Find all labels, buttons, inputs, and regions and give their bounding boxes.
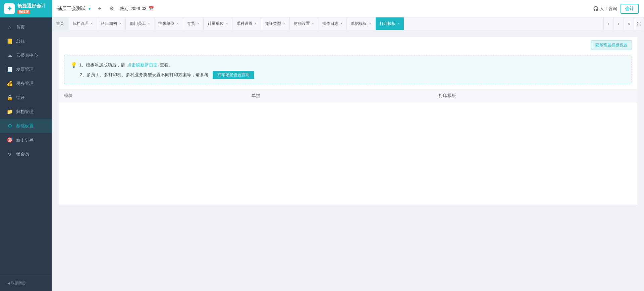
sidebar-label-home: 首页: [16, 24, 25, 30]
tab-label-archive-mgmt: 归档管理: [72, 21, 89, 27]
tab-currency[interactable]: 币种设置×: [232, 17, 261, 30]
nav-icon-invoice: 🧾: [7, 66, 13, 72]
tabbar: 首页归档管理×科目期初×部门员工×往来单位×存货×计量单位×币种设置×凭证类型×…: [52, 17, 644, 30]
sidebar: ✦ 畅捷通好会计 旗舰版 ⌂首页📒总账☁云报表中心🧾发票管理💰税务管理🔒结账📁归…: [0, 0, 52, 291]
table-header: 模块 单据 打印模板: [59, 89, 637, 102]
tab-close-dept-staff[interactable]: ×: [148, 22, 150, 26]
tab-single-form[interactable]: 单据模板×: [347, 17, 375, 30]
notice-line1-prefix: 1、模板添加成功后，请: [79, 61, 125, 69]
bulb-icon: 💡: [70, 60, 77, 70]
tab-prev-button[interactable]: ‹: [604, 17, 614, 30]
hide-template-area: 隐藏预置模板设置: [59, 37, 637, 50]
tab-archive-mgmt[interactable]: 归档管理×: [68, 17, 97, 30]
tab-voucher-type[interactable]: 凭证类型×: [261, 17, 289, 30]
tab-inventory[interactable]: 存货×: [183, 17, 204, 30]
tab-close-tax-settings[interactable]: ×: [312, 22, 314, 26]
tab-close-unit[interactable]: ×: [226, 22, 228, 26]
sidebar-item-ledger[interactable]: 📒总账: [0, 34, 52, 48]
nav-icon-settings: ⚙: [7, 123, 13, 129]
calendar-icon[interactable]: 📅: [149, 6, 154, 11]
tab-close-subject-init[interactable]: ×: [119, 22, 121, 26]
sidebar-label-reports: 云报表中心: [16, 52, 38, 58]
tab-next-button[interactable]: ›: [614, 17, 624, 30]
tab-label-voucher-type: 凭证类型: [265, 21, 281, 27]
tab-label-partner: 往来单位: [158, 21, 174, 27]
nav-icon-tax: 💰: [7, 81, 13, 87]
sidebar-label-ledger: 总账: [16, 38, 25, 44]
sidebar-item-tax[interactable]: 💰税务管理: [0, 77, 52, 91]
notice-refresh-link[interactable]: 点击刷新新页面: [127, 61, 158, 69]
nav-icon-home: ⌂: [7, 25, 13, 30]
tab-print-template[interactable]: 打印模板×: [376, 17, 404, 30]
tab-label-unit: 计量单位: [208, 21, 224, 27]
nav-icon-close: 🔒: [7, 95, 13, 101]
topbar-actions: ＋ ⚙: [95, 4, 116, 13]
tab-label-tax-settings: 财税设置: [294, 21, 310, 27]
notice-banner: 💡 1、模板添加成功后，请 点击刷新新页面 查看。 2、多员工、多打印机、多种业…: [64, 55, 632, 84]
tab-close-voucher-type[interactable]: ×: [283, 22, 285, 26]
period-label: 账期: [120, 6, 128, 12]
help-label: 人工咨询: [600, 6, 617, 12]
tab-tax-settings[interactable]: 财税设置×: [290, 17, 318, 30]
notice-line1-suffix: 查看。: [160, 61, 173, 69]
app-edition: 旗舰版: [17, 10, 30, 14]
tab-op-log[interactable]: 操作日志×: [318, 17, 347, 30]
sidebar-item-reports[interactable]: ☁云报表中心: [0, 48, 52, 62]
col-template: 打印模板: [439, 93, 632, 99]
tab-partner[interactable]: 往来单位×: [154, 17, 183, 30]
sidebar-item-home[interactable]: ⌂首页: [0, 20, 52, 34]
add-tab-button[interactable]: ＋: [95, 4, 104, 13]
app-logo: ✦ 畅捷通好会计 旗舰版: [0, 0, 52, 17]
settings-button[interactable]: ⚙: [107, 4, 116, 13]
sidebar-item-guide[interactable]: 🎯新手引导: [0, 133, 52, 147]
nav-icon-ledger: 📒: [7, 38, 13, 44]
sidebar-item-invoice[interactable]: 🧾发票管理: [0, 62, 52, 77]
sidebar-label-settings: 基础设置: [16, 123, 34, 129]
tab-close-archive-mgmt[interactable]: ×: [91, 22, 93, 26]
sidebar-label-guide: 新手引导: [16, 137, 34, 143]
tab-fullscreen-button[interactable]: ⛶: [634, 17, 644, 30]
tab-label-currency: 币种设置: [236, 21, 253, 27]
tab-label-single-form: 单据模板: [351, 21, 367, 27]
tab-controls: ‹ › ✕ ⛶: [603, 17, 644, 30]
tab-close-partner[interactable]: ×: [176, 22, 178, 26]
notice-row-2: 2、多员工、多打印机、多种业务类型设置不同打印方案等，请参考 打印场景设置宣明: [70, 70, 626, 79]
sidebar-item-settings[interactable]: ⚙基础设置: [0, 119, 52, 133]
company-selector[interactable]: 基层工会测试 ▼: [57, 6, 92, 12]
period-display: 账期 2023-03 📅: [120, 6, 154, 12]
company-dropdown-icon: ▼: [88, 6, 92, 11]
help-button[interactable]: 🎧 人工咨询: [593, 6, 617, 12]
nav-icon-reports: ☁: [7, 52, 13, 58]
sidebar-item-member[interactable]: V畅会员: [0, 147, 52, 161]
tab-unit[interactable]: 计量单位×: [204, 17, 232, 30]
tab-close-single-form[interactable]: ×: [369, 22, 371, 26]
sidebar-nav: ⌂首页📒总账☁云报表中心🧾发票管理💰税务管理🔒结账📁归档管理⚙基础设置🎯新手引导…: [0, 17, 52, 276]
sidebar-footer-unpin[interactable]: ◄取消固定: [0, 276, 52, 291]
tab-close-print-template[interactable]: ×: [398, 22, 400, 26]
period-value: 2023-03: [130, 6, 147, 11]
sidebar-item-close[interactable]: 🔒结账: [0, 91, 52, 105]
content-panel: 隐藏预置模板设置 💡 1、模板添加成功后，请 点击刷新新页面 查看。 2、多员工…: [59, 37, 637, 205]
tab-label-dept-staff: 部门员工: [130, 21, 146, 27]
tab-close-op-log[interactable]: ×: [340, 22, 342, 26]
company-name: 基层工会测试: [57, 6, 86, 12]
tab-dept-staff[interactable]: 部门员工×: [126, 17, 154, 30]
sidebar-item-archive[interactable]: 📁归档管理: [0, 105, 52, 119]
tab-label-subject-init: 科目期初: [101, 21, 117, 27]
sidebar-label-close: 结账: [16, 95, 25, 101]
tab-close-inventory[interactable]: ×: [197, 22, 199, 26]
tab-subject-init[interactable]: 科目期初×: [97, 17, 125, 30]
sidebar-label-tax: 税务管理: [16, 81, 34, 87]
hide-template-button[interactable]: 隐藏预置模板设置: [591, 40, 632, 50]
tab-home[interactable]: 首页: [52, 17, 68, 30]
tab-close-button[interactable]: ✕: [624, 17, 634, 30]
sidebar-label-invoice: 发票管理: [16, 66, 34, 72]
print-scene-button[interactable]: 打印场景设置宣明: [213, 71, 254, 79]
tab-close-currency[interactable]: ×: [255, 22, 257, 26]
sidebar-label-member: 畅会员: [16, 151, 29, 157]
tab-label-op-log: 操作日志: [322, 21, 338, 27]
accountant-button[interactable]: 会计: [621, 4, 639, 14]
tab-label-inventory: 存货: [187, 21, 195, 27]
notice-row-1: 💡 1、模板添加成功后，请 点击刷新新页面 查看。: [70, 60, 626, 70]
tab-label-home: 首页: [56, 21, 64, 27]
